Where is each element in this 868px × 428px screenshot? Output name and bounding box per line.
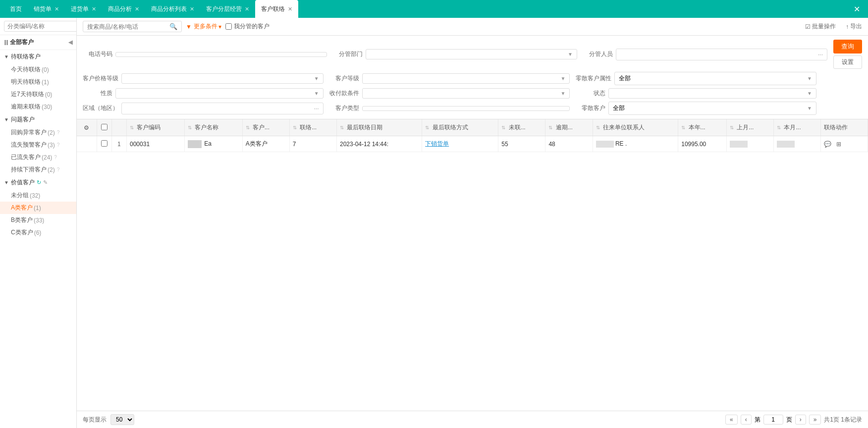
th-checkbox[interactable] bbox=[97, 119, 111, 136]
nav-tab-goods-analysis-list-close[interactable]: ✕ bbox=[190, 6, 194, 12]
th-settings[interactable]: ⚙ bbox=[77, 119, 97, 136]
close-all-button[interactable]: ✕ bbox=[850, 4, 864, 14]
main-search-icon[interactable]: 🔍 bbox=[169, 23, 177, 30]
nav-tab-customer-contact-close[interactable]: ✕ bbox=[288, 6, 292, 12]
th-unit-contact[interactable]: ⇅ 往来单位联系人 bbox=[593, 119, 678, 136]
th-this-month[interactable]: ⇅ 本月... bbox=[774, 119, 821, 136]
th-name[interactable]: ⇅ 客户名称 bbox=[184, 119, 242, 136]
nav-tab-purchase-close[interactable]: ✕ bbox=[92, 6, 96, 12]
sidebar-search-input[interactable] bbox=[4, 21, 77, 32]
sidebar-group-pending-contact[interactable]: ▼ 待联络客户 bbox=[0, 50, 76, 63]
nav-tab-customer-contact[interactable]: 客户联络 ✕ bbox=[255, 0, 298, 18]
dept-input[interactable]: ▼ bbox=[366, 49, 577, 59]
nav-tab-sales-close[interactable]: ✕ bbox=[54, 6, 59, 12]
page-total-label: 页 bbox=[786, 416, 792, 424]
retail-customer-label: 零散客户 bbox=[576, 104, 605, 112]
next-page-button[interactable]: › bbox=[795, 415, 806, 425]
sidebar-group-problem-customers[interactable]: ▼ 问题客户 bbox=[0, 113, 76, 126]
th-no-contact[interactable]: ⇅ 未联... bbox=[498, 119, 545, 136]
th-this-year[interactable]: ⇅ 本年... bbox=[678, 119, 727, 136]
status-input[interactable]: ▼ bbox=[608, 88, 816, 99]
sidebar-item-unclassified[interactable]: 未分组 (32) bbox=[0, 189, 76, 202]
row-no-contact: 55 bbox=[498, 136, 545, 152]
region-input[interactable]: ··· bbox=[121, 103, 324, 114]
a-class-label: A类客户 bbox=[11, 204, 33, 212]
th-grade[interactable]: ⇅ 客户... bbox=[242, 119, 289, 136]
churned-count: (24) bbox=[42, 154, 52, 161]
th-overdue[interactable]: ⇅ 逾期... bbox=[545, 119, 593, 136]
row-code[interactable]: 000031 bbox=[127, 136, 185, 152]
table-settings-icon[interactable]: ⚙ bbox=[84, 124, 89, 131]
sidebar-item-declining[interactable]: 持续下滑客户 (2) ? bbox=[0, 163, 76, 176]
page-number-input[interactable] bbox=[763, 415, 783, 425]
select-all-checkbox[interactable] bbox=[101, 124, 108, 130]
query-button[interactable]: 查询 bbox=[833, 40, 862, 54]
th-last-contact-method[interactable]: ⇅ 最后联络方式 bbox=[422, 119, 498, 136]
sidebar-item-7day-contact[interactable]: 近7天待联络 (0) bbox=[0, 88, 76, 101]
prev-page-button[interactable]: ‹ bbox=[741, 415, 752, 425]
nav-tab-customer-segment-close[interactable]: ✕ bbox=[245, 6, 249, 12]
retail-customer-input[interactable]: 全部 ▼ bbox=[608, 102, 816, 115]
refresh-icon[interactable]: ↻ bbox=[37, 179, 41, 186]
sidebar-item-repurchase-abnormal[interactable]: 回购异常客户 (2) ? bbox=[0, 126, 76, 139]
sidebar-item-a-class[interactable]: A类客户 (1) bbox=[0, 202, 76, 214]
first-page-button[interactable]: « bbox=[725, 415, 738, 425]
sidebar-item-churn-warning[interactable]: 流失预警客户 (3) ? bbox=[0, 139, 76, 151]
export-button[interactable]: ↑ 导出 bbox=[846, 22, 862, 31]
nav-tab-customer-segment[interactable]: 客户分层经营 ✕ bbox=[200, 0, 255, 18]
sidebar-item-overdue-contact[interactable]: 逾期未联络 (30) bbox=[0, 101, 76, 113]
sidebar-item-tomorrow-contact[interactable]: 明天待联络 (1) bbox=[0, 76, 76, 88]
action-chat-icon[interactable]: 💬 bbox=[824, 141, 831, 148]
action-grid-icon[interactable]: ⊞ bbox=[836, 141, 841, 148]
sidebar-group-value-customers[interactable]: ▼ 价值客户 ↻ ✎ bbox=[0, 176, 76, 189]
nav-tab-goods-analysis-list[interactable]: 商品分析列表 ✕ bbox=[145, 0, 200, 18]
customer-type-input[interactable] bbox=[362, 106, 570, 111]
th-contact[interactable]: ⇅ 联络... bbox=[289, 119, 336, 136]
retail-attr-input[interactable]: 全部 ▼ bbox=[614, 72, 816, 85]
nature-input[interactable]: ▼ bbox=[115, 88, 324, 99]
payment-input[interactable]: ▼ bbox=[362, 88, 570, 99]
row-last-contact-method[interactable]: 下销货单 bbox=[422, 136, 498, 152]
th-last-contact-date-label: 最后联络日期 bbox=[347, 124, 382, 131]
sidebar-item-c-class[interactable]: C类客户 (6) bbox=[0, 226, 76, 239]
nav-tab-purchase[interactable]: 进货单 ✕ bbox=[65, 0, 102, 18]
batch-ops-button[interactable]: ☑ 批量操作 bbox=[805, 22, 836, 31]
last-page-button[interactable]: » bbox=[809, 415, 821, 425]
th-overdue-label: 逾期... bbox=[556, 124, 573, 131]
th-code[interactable]: ⇅ 客户编码 bbox=[127, 119, 185, 136]
sort-handle-method: ⇅ bbox=[425, 125, 429, 130]
sidebar-item-today-contact[interactable]: 今天待联络 (0) bbox=[0, 63, 76, 76]
settings-button[interactable]: 设置 bbox=[833, 55, 862, 69]
batch-ops-label: 批量操作 bbox=[812, 22, 836, 31]
row-method-value[interactable]: 下销货单 bbox=[425, 140, 449, 147]
collapse-icon[interactable]: ◀ bbox=[68, 39, 72, 46]
nav-tab-sales[interactable]: 销货单 ✕ bbox=[28, 0, 65, 18]
sidebar-item-churned[interactable]: 已流失客户 (24) ? bbox=[0, 151, 76, 163]
row-date-value: 2023-04-12 14:44: bbox=[340, 141, 388, 148]
th-last-month[interactable]: ⇅ 上月... bbox=[726, 119, 773, 136]
nav-tab-goods-analysis[interactable]: 商品分析 ✕ bbox=[102, 0, 145, 18]
nav-tab-goods-analysis-close[interactable]: ✕ bbox=[135, 6, 139, 12]
price-grade-input[interactable]: ▼ bbox=[121, 73, 324, 84]
row-checkbox[interactable] bbox=[101, 140, 108, 147]
main-search-input[interactable] bbox=[87, 23, 169, 30]
more-filters-button[interactable]: ▼ 更多条件 ▾ bbox=[186, 22, 221, 31]
dept-label: 分管部门 bbox=[333, 50, 363, 58]
churn-warning-count: (3) bbox=[48, 142, 55, 149]
manager-input[interactable]: ··· bbox=[616, 49, 827, 60]
edit-icon[interactable]: ✎ bbox=[43, 179, 48, 186]
th-last-contact-date[interactable]: ⇅ 最后联络日期 bbox=[336, 119, 422, 136]
my-customer-checkbox[interactable] bbox=[225, 23, 232, 30]
customer-grade-input[interactable]: ▼ bbox=[362, 73, 570, 84]
row-name[interactable]: Ea bbox=[184, 136, 242, 152]
customer-table: ⚙ ⇅ 客户编码 ⇅ 客户名称 bbox=[77, 119, 868, 152]
page-size-select[interactable]: 50 bbox=[110, 414, 134, 425]
sidebar-item-b-class[interactable]: B类客户 (33) bbox=[0, 214, 76, 226]
nav-tab-home[interactable]: 首页 bbox=[4, 0, 28, 18]
sort-handle-last-month: ⇅ bbox=[730, 125, 734, 130]
nav-tab-goods-analysis-label: 商品分析 bbox=[108, 5, 132, 13]
row-checkbox-cell[interactable] bbox=[97, 136, 111, 152]
sidebar-all-customers[interactable]: ⁞⁞ 全部客户 ◀ bbox=[0, 35, 76, 50]
phone-input[interactable] bbox=[115, 52, 327, 57]
dots-icon: ⁞⁞ bbox=[4, 39, 8, 47]
